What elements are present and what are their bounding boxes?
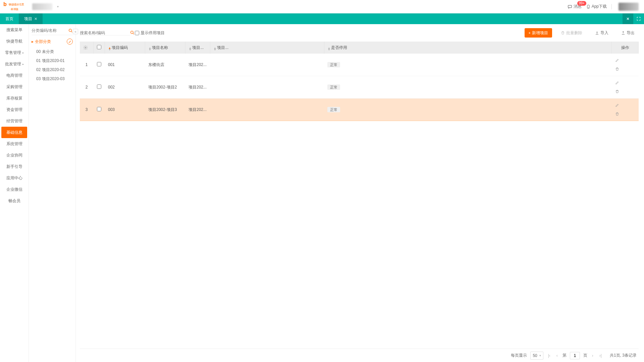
org-selector[interactable]: ▾ — [32, 3, 59, 10]
nav-label: 新手引导 — [6, 164, 22, 170]
checkbox[interactable] — [97, 62, 101, 66]
page-input[interactable] — [570, 352, 580, 359]
cell-code: 002 — [105, 76, 145, 99]
nav-wholesale[interactable]: 批发管理▸ — [0, 58, 29, 70]
search-icon[interactable] — [68, 28, 73, 33]
nav-guide[interactable]: 新手引导 — [0, 161, 29, 172]
app-download-label: App下载 — [592, 4, 607, 9]
nav-label: 采购管理 — [6, 84, 22, 90]
export-button[interactable]: 导出 — [617, 28, 639, 38]
cell-remark — [210, 99, 324, 121]
user-avatar[interactable] — [619, 3, 639, 11]
nav-inventory[interactable]: 库存核算 — [0, 93, 29, 104]
nav-member[interactable]: 畅会员 — [0, 195, 29, 206]
edit-row-button[interactable] — [615, 81, 635, 85]
row-select[interactable] — [93, 99, 105, 121]
select-all-column[interactable] — [93, 42, 105, 54]
edit-category-button[interactable] — [67, 39, 73, 45]
nav-ecommerce[interactable]: 电商管理 — [0, 70, 29, 81]
checkbox[interactable] — [97, 45, 101, 49]
close-icon[interactable]: ✕ — [34, 17, 37, 21]
cell-category: 项目202... — [185, 76, 210, 99]
pencil-icon — [68, 40, 71, 43]
trash-icon — [615, 112, 619, 116]
tree-search-input[interactable] — [32, 28, 68, 33]
delete-row-button[interactable] — [615, 89, 635, 94]
col-name[interactable]: ▲▼项目名称 — [145, 42, 185, 54]
col-status[interactable]: ▲▼是否停用 — [324, 42, 611, 54]
table-row[interactable]: 1001东楼街店项目202...正常 — [80, 54, 639, 76]
nav-search-menu[interactable]: 搜索菜单 — [0, 24, 29, 36]
cell-remark — [210, 76, 324, 99]
nav-label: 零售管理 — [5, 50, 21, 56]
cell-ops — [612, 99, 639, 121]
col-code[interactable]: ▲▼项目编码 — [105, 42, 145, 54]
tree-root[interactable]: ▸ 全部分类 — [32, 39, 73, 45]
page-suffix: 页 — [583, 353, 587, 358]
tree-node[interactable]: 00 未分类 — [32, 47, 73, 56]
edit-row-button[interactable] — [615, 58, 635, 62]
app-download-button[interactable]: App下载 — [586, 4, 607, 9]
col-category[interactable]: ▲▼项目... — [185, 42, 210, 54]
nav-system[interactable]: 系统管理 — [0, 138, 29, 149]
plus-icon: + — [529, 31, 531, 35]
page-first-button[interactable]: |‹ — [547, 353, 552, 358]
row-select[interactable] — [93, 76, 105, 99]
cell-status: 正常 — [324, 99, 611, 121]
settings-column[interactable] — [80, 42, 93, 54]
edit-row-button[interactable] — [615, 103, 635, 107]
row-index: 3 — [80, 99, 93, 121]
nav-fund[interactable]: 资金管理 — [0, 104, 29, 115]
table-row[interactable]: 2002项目2002-项目2项目202...正常 — [80, 76, 639, 99]
tab-project[interactable]: 项目 ✕ — [19, 13, 43, 24]
row-index: 1 — [80, 54, 93, 76]
nav-retail[interactable]: 零售管理▸ — [0, 47, 29, 58]
checkbox[interactable] — [97, 107, 101, 111]
show-disabled-label: 显示停用项目 — [141, 30, 165, 36]
nav-label: 企业协同 — [6, 153, 22, 158]
tree-node[interactable]: 02 项目2020-02 — [32, 65, 73, 74]
tree-root-label: 全部分类 — [35, 39, 51, 45]
svg-point-4 — [131, 31, 133, 34]
row-select[interactable] — [93, 54, 105, 76]
table-row[interactable]: 3003项目2002-项目3项目202...正常 — [80, 99, 639, 121]
per-page-select[interactable]: 50 ▾ — [530, 352, 543, 360]
nav-quick[interactable]: 快捷导航 — [0, 36, 29, 47]
checkbox[interactable] — [135, 31, 139, 35]
nav-enterprise[interactable]: 企业协同 — [0, 149, 29, 161]
fullscreen-button[interactable] — [633, 13, 644, 24]
pencil-icon — [615, 103, 619, 107]
nav-wechat[interactable]: 企业微信 — [0, 184, 29, 195]
checkbox[interactable] — [97, 84, 101, 89]
show-disabled-checkbox[interactable]: 显示停用项目 — [135, 30, 165, 36]
messages-button[interactable]: 消息 99+ — [568, 4, 582, 9]
page-next-button[interactable]: › — [591, 353, 595, 358]
nav-business[interactable]: 经营管理 — [0, 115, 29, 127]
page-last-button[interactable]: ›| — [598, 353, 603, 358]
close-all-tabs-button[interactable] — [623, 13, 633, 24]
nav-app-center[interactable]: 应用中心 — [0, 172, 29, 184]
tab-home[interactable]: 首页 — [0, 13, 19, 24]
nav-purchase[interactable]: 采购管理 — [0, 81, 29, 93]
sort-icon: ▲▼ — [328, 47, 331, 51]
expand-icon: ▸ — [32, 39, 34, 44]
add-project-button[interactable]: + 新增项目 — [525, 28, 552, 38]
delete-row-button[interactable] — [615, 112, 635, 116]
table-body: 1001东楼街店项目202...正常2002项目2002-项目2项目202...… — [80, 54, 639, 121]
page-prev-button[interactable]: ‹ — [555, 353, 559, 358]
pagination-bar: 每页显示 50 ▾ |‹ ‹ 第 页 › ›| 共1页, 3条记录 — [80, 349, 639, 362]
gear-icon — [83, 45, 88, 50]
search-input[interactable] — [80, 31, 130, 35]
trash-icon — [615, 89, 619, 94]
tree-node[interactable]: 03 项目2020-03 — [32, 74, 73, 83]
tree-node[interactable]: 01 项目2020-01 — [32, 56, 73, 65]
import-button[interactable]: 导入 — [591, 28, 612, 38]
col-remark[interactable]: ▲▼项目... — [210, 42, 324, 54]
search-icon[interactable] — [130, 31, 135, 35]
pencil-icon — [615, 81, 619, 85]
delete-row-button[interactable] — [615, 67, 635, 71]
nav-basic-info[interactable]: 基础信息 — [1, 127, 27, 138]
brand-name: 畅捷通好生意 — [9, 2, 24, 6]
collapse-tree-button[interactable]: « — [73, 29, 78, 34]
batch-delete-button[interactable]: 批量删除 — [557, 28, 586, 38]
